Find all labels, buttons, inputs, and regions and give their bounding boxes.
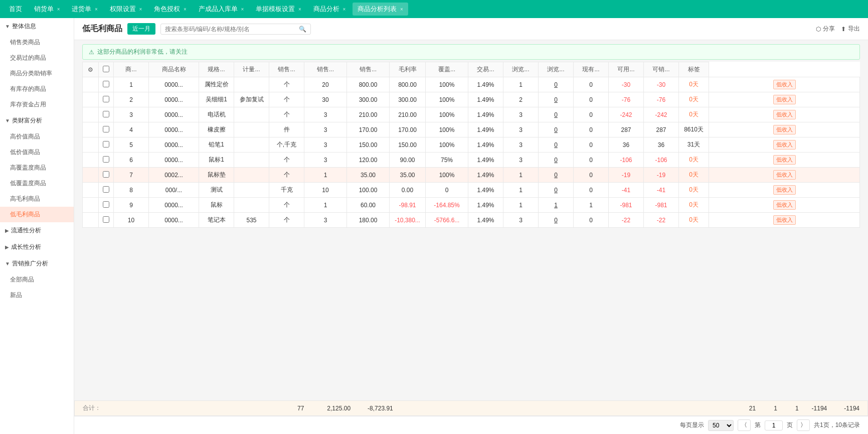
col-unit-header[interactable]: 计量...: [234, 62, 269, 77]
col-check[interactable]: [99, 62, 114, 77]
sidebar-item-low-value[interactable]: 低价值商品: [0, 144, 74, 160]
nav-home[interactable]: 首页: [4, 3, 27, 16]
col-sales-qty-header[interactable]: 销售...: [269, 62, 304, 77]
nav-close-roles[interactable]: ×: [184, 7, 187, 12]
sidebar-item-high-coverage[interactable]: 高覆盖度商品: [0, 160, 74, 176]
sidebar-group-wealth[interactable]: ▼ 类财富分析: [0, 112, 74, 129]
col-settings[interactable]: ⚙: [83, 62, 99, 77]
cell-check[interactable]: [99, 92, 114, 107]
col-sales-profit-header[interactable]: 销售...: [347, 62, 390, 77]
nav-close-permissions[interactable]: ×: [139, 7, 142, 12]
nav-analysis-list[interactable]: 商品分析列表 ×: [353, 3, 408, 16]
select-all-checkbox[interactable]: [103, 66, 109, 72]
col-tag-header[interactable]: 标签: [679, 62, 709, 77]
share-button[interactable]: ⬡ 分享: [816, 25, 835, 33]
row-checkbox[interactable]: [103, 81, 109, 87]
row-checkbox[interactable]: [103, 171, 109, 178]
col-view1-header[interactable]: 浏览...: [503, 62, 539, 77]
sidebar-group-growth[interactable]: ▶ 成长性分析: [0, 239, 74, 255]
nav-template[interactable]: 单据模板设置 ×: [251, 3, 306, 16]
nav-finished-goods[interactable]: 产成品入库单 ×: [194, 3, 249, 16]
col-saleable-days-header[interactable]: 可销...: [644, 62, 679, 77]
cell-check[interactable]: [99, 153, 114, 168]
col-available-stock-header[interactable]: 可用...: [609, 62, 644, 77]
col-spec-header[interactable]: 规格...: [199, 62, 234, 77]
prev-page-btn[interactable]: 〈: [738, 419, 751, 431]
search-box[interactable]: 🔍: [160, 24, 311, 35]
nav-close-list[interactable]: ×: [400, 7, 403, 12]
sidebar-item-low-coverage[interactable]: 低覆盖度商品: [0, 176, 74, 191]
col-gross-margin-header[interactable]: 毛利率: [390, 62, 426, 77]
cell-view1[interactable]: 0: [539, 168, 574, 183]
nav-permissions[interactable]: 权限设置 ×: [105, 3, 147, 16]
sidebar-item-stock-capital[interactable]: 库存资金占用: [0, 97, 74, 112]
sidebar-item-high-margin[interactable]: 高毛利商品: [0, 191, 74, 207]
cell-view1[interactable]: 0: [539, 183, 574, 198]
sidebar-item-all-goods[interactable]: 全部商品: [0, 272, 74, 287]
cell-current-stock: -242: [609, 107, 644, 122]
nav-close-finished[interactable]: ×: [241, 7, 244, 12]
search-input[interactable]: [165, 26, 299, 33]
sidebar-item-low-margin[interactable]: 低毛利商品: [0, 207, 74, 222]
nav-close-template[interactable]: ×: [298, 7, 301, 12]
sidebar-item-traded-goods[interactable]: 交易过的商品: [0, 50, 74, 66]
cell-check[interactable]: [99, 168, 114, 183]
nav-sales[interactable]: 销货单 ×: [29, 3, 65, 16]
nav-close-sales[interactable]: ×: [57, 7, 60, 12]
col-current-stock-header[interactable]: 现有...: [574, 62, 609, 77]
row-checkbox[interactable]: [103, 186, 109, 193]
col-code-header[interactable]: 商...: [114, 62, 149, 77]
page-input[interactable]: [765, 420, 783, 430]
next-page-btn[interactable]: 〉: [797, 419, 810, 431]
sidebar-item-stock-goods[interactable]: 有库存的商品: [0, 81, 74, 97]
row-checkbox[interactable]: [103, 201, 109, 208]
filter-recent-month[interactable]: 近一月: [127, 23, 155, 35]
col-name-header[interactable]: 商品名称: [149, 62, 199, 77]
cell-coverage: 1.49%: [468, 153, 503, 168]
cell-view1[interactable]: 0: [539, 137, 574, 153]
search-icon[interactable]: 🔍: [299, 26, 306, 33]
sidebar-item-category-rate[interactable]: 商品分类助销率: [0, 66, 74, 81]
sidebar-group-marketing[interactable]: ▼ 营销推广分析: [0, 255, 74, 272]
row-checkbox[interactable]: [103, 96, 109, 102]
nav-roles[interactable]: 角色授权 ×: [149, 3, 191, 16]
row-checkbox[interactable]: [103, 111, 109, 117]
cell-check[interactable]: [99, 122, 114, 137]
cell-view1[interactable]: 0: [539, 153, 574, 168]
sidebar-item-new-goods[interactable]: 新品: [0, 287, 74, 303]
sidebar-group-overall[interactable]: ▼ 整体信息: [0, 18, 74, 35]
cell-view1[interactable]: 1: [539, 198, 574, 213]
nav-product-analysis[interactable]: 商品分析 ×: [308, 3, 351, 16]
table-container[interactable]: ⚙ 商... 商品名称 规格... 计量... 销售... 销售... 销售..…: [82, 62, 860, 400]
cell-check[interactable]: [99, 77, 114, 92]
sidebar-group-liquidity[interactable]: ▶ 流通性分析: [0, 222, 74, 239]
row-checkbox[interactable]: [103, 126, 109, 132]
col-view2-header[interactable]: 浏览...: [539, 62, 574, 77]
cell-check[interactable]: [99, 213, 114, 228]
cell-unit: 个: [269, 92, 304, 107]
cell-check[interactable]: [99, 137, 114, 153]
row-checkbox[interactable]: [103, 216, 109, 223]
cell-view1[interactable]: 0: [539, 77, 574, 92]
cell-view1[interactable]: 0: [539, 122, 574, 137]
sidebar-item-sales-goods[interactable]: 销售类商品: [0, 35, 74, 50]
cell-tag: 低收入: [709, 198, 860, 213]
cell-view1[interactable]: 0: [539, 107, 574, 122]
cell-view1[interactable]: 0: [539, 213, 574, 228]
row-checkbox[interactable]: [103, 156, 109, 163]
col-trade-header[interactable]: 交易...: [468, 62, 503, 77]
row-checkbox[interactable]: [103, 141, 109, 148]
cell-check[interactable]: [99, 198, 114, 213]
sidebar-item-high-value[interactable]: 高价值商品: [0, 129, 74, 144]
cell-check[interactable]: [99, 183, 114, 198]
col-coverage-header[interactable]: 覆盖...: [426, 62, 468, 77]
nav-close-analysis[interactable]: ×: [342, 7, 345, 12]
cell-view1[interactable]: 0: [539, 92, 574, 107]
col-sales-price-header[interactable]: 销售...: [304, 62, 347, 77]
cell-check[interactable]: [99, 107, 114, 122]
nav-close-purchase[interactable]: ×: [95, 7, 98, 12]
export-button[interactable]: ⬆ 导出: [841, 25, 860, 33]
per-page-select[interactable]: 50 100 200: [708, 420, 734, 431]
nav-purchase[interactable]: 进货单 ×: [67, 3, 102, 16]
page-title: 低毛利商品: [82, 24, 122, 34]
